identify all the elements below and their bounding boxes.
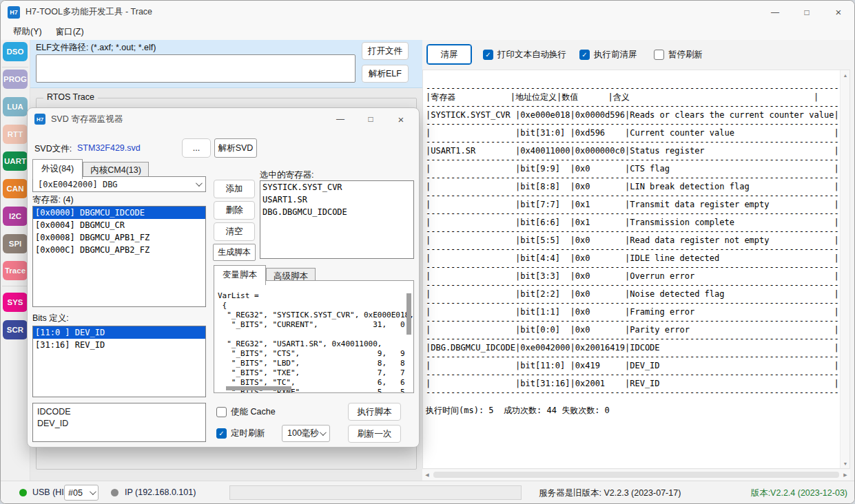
- register-list-item[interactable]: [0x0008] DBGMCU_APB1_FZ: [33, 231, 205, 244]
- minimize-icon[interactable]: —: [759, 1, 791, 23]
- selected-registers-label: 选中的寄存器:: [260, 169, 313, 181]
- refresh-interval-value: 100毫秒: [287, 428, 319, 439]
- scroll-left-icon[interactable]: ◀: [422, 470, 432, 480]
- elf-path-input[interactable]: [36, 54, 356, 83]
- rtos-trace-label: RTOS Trace: [43, 92, 98, 102]
- elf-panel: ELF文件路径: (*.axf; *.out; *.elf) 打开文件 解析EL…: [30, 40, 422, 88]
- console-output: ----------------------------------------…: [422, 70, 850, 469]
- scroll-right-icon[interactable]: ▶: [841, 470, 850, 480]
- register-list-item[interactable]: [0x0000] DBGMCU_IDCODE: [33, 207, 205, 219]
- sidebar-separator: [2, 286, 28, 286]
- sidebar-item-uart[interactable]: UART: [3, 151, 28, 171]
- window-title: H7-TOOL多功能开发工具 - Trace: [25, 6, 152, 18]
- console-text: ----------------------------------------…: [426, 84, 839, 415]
- dialog-maximize-icon[interactable]: □: [356, 108, 386, 130]
- clear-screen-button[interactable]: 清屏: [426, 44, 472, 65]
- bits-list-item[interactable]: [11:0 ] DEV_ID: [33, 326, 205, 339]
- sidebar-item-dso[interactable]: DSO: [3, 42, 28, 61]
- menu-item-1[interactable]: 窗口(Z): [49, 25, 91, 39]
- console-checkbox-1-label: 执行前清屏: [594, 49, 637, 61]
- status-bar: USB (HID) #05 IP (192.168.0.101) 服务器是旧版本…: [1, 481, 854, 503]
- chevron-down-icon: [196, 180, 203, 187]
- add-button[interactable]: 添加: [214, 180, 255, 198]
- server-version-label: 服务器是旧版本: V2.2.3 (2023-07-17): [539, 487, 681, 499]
- checkbox-checked-icon[interactable]: ✓: [579, 50, 590, 60]
- close-icon[interactable]: ×: [823, 1, 854, 23]
- register-count-label: 寄存器: (4): [32, 194, 74, 206]
- sidebar: DSOPROGLUARTTUARTCANI2CSPITraceSYSSCR: [1, 40, 30, 481]
- svd-register-monitor-dialog: H7 SVD 寄存器监视器 — □ × SVD文件: STM32F429.svd…: [27, 107, 420, 448]
- bits-list-item[interactable]: [31:16] REV_ID: [33, 339, 205, 351]
- peripheral-select-value: [0xE0042000] DBG: [38, 180, 118, 189]
- device-number-select[interactable]: #05: [64, 485, 99, 501]
- console-checkbox-2[interactable]: 暂停刷新: [654, 49, 703, 61]
- checkbox-checked-icon[interactable]: ✓: [216, 428, 227, 439]
- console-checkbox-0-label: 打印文本自动换行: [497, 49, 566, 61]
- script-hscroll-thumb[interactable]: [226, 386, 291, 390]
- register-list-item[interactable]: [0x000C] DBGMCU_APB2_FZ: [33, 244, 205, 256]
- app-version-label: 版本:V2.2.4 (2023-12-03): [751, 487, 847, 499]
- sidebar-item-scr[interactable]: SCR: [3, 320, 28, 339]
- svd-file-label: SVD文件:: [34, 143, 72, 155]
- refresh-interval-select[interactable]: 100毫秒: [282, 425, 330, 442]
- script-vscroll-thumb[interactable]: [406, 293, 411, 335]
- open-file-button[interactable]: 打开文件: [362, 42, 409, 60]
- dialog-title-bar: H7 SVD 寄存器监视器 — □ ×: [28, 108, 419, 130]
- sidebar-item-can[interactable]: CAN: [3, 179, 28, 198]
- ip-status-dot: [111, 489, 119, 496]
- execute-script-button[interactable]: 执行脚本: [348, 403, 401, 421]
- chevron-down-icon: [90, 488, 96, 495]
- sidebar-item-sys[interactable]: SYS: [3, 293, 28, 312]
- bits-label: Bits 定义:: [32, 313, 69, 324]
- sidebar-item-spi[interactable]: SPI: [3, 234, 28, 253]
- checkbox-unchecked-icon[interactable]: [216, 407, 227, 417]
- clear-button[interactable]: 清空: [214, 222, 255, 241]
- sidebar-item-trace[interactable]: Trace: [3, 261, 28, 280]
- checkbox-unchecked-icon[interactable]: [654, 50, 664, 60]
- console-horizontal-scrollbar[interactable]: ◀ ▶: [422, 470, 850, 480]
- bits-list: [11:0 ] DEV_ID[31:16] REV_ID: [32, 326, 206, 397]
- console-vertical-scrollbar[interactable]: ▲ ▼: [840, 70, 849, 468]
- status-progress-bar: [229, 485, 522, 500]
- timed-refresh-checkbox[interactable]: ✓定时刷新: [216, 428, 265, 439]
- dialog-minimize-icon[interactable]: —: [325, 108, 356, 130]
- scroll-down-icon[interactable]: ▼: [841, 459, 850, 468]
- maximize-icon[interactable]: □: [791, 1, 823, 23]
- sidebar-item-rtt[interactable]: RTT: [3, 125, 28, 144]
- checkbox-checked-icon[interactable]: ✓: [483, 50, 493, 60]
- console-checkbox-1[interactable]: ✓执行前清屏: [579, 49, 637, 61]
- cache-checkbox[interactable]: 使能 Cache: [216, 406, 276, 418]
- sidebar-separator: [2, 67, 28, 67]
- console-checkbox-0[interactable]: ✓打印文本自动换行: [483, 49, 566, 61]
- parse-svd-button[interactable]: 解析SVD: [214, 138, 257, 158]
- sidebar-item-prog[interactable]: PROG: [3, 70, 28, 89]
- console-checkbox-2-label: 暂停刷新: [668, 49, 703, 61]
- dialog-close-icon[interactable]: ×: [386, 108, 416, 130]
- hscroll-thumb[interactable]: [433, 472, 839, 478]
- generate-script-button[interactable]: 生成脚本: [213, 244, 256, 261]
- usb-status-dot: [19, 489, 27, 496]
- selected-register-item[interactable]: USART1.SR: [260, 193, 413, 206]
- chevron-down-icon: [320, 429, 327, 436]
- tab-script-0[interactable]: 变量脚本: [214, 265, 266, 285]
- svd-file-value[interactable]: STM32F429.svd: [77, 143, 141, 153]
- timed-refresh-checkbox-label: 定时刷新: [231, 428, 265, 439]
- delete-button[interactable]: 删除: [214, 201, 255, 220]
- tab-peripherals-0[interactable]: 外设(84): [32, 159, 83, 179]
- sidebar-item-i2c[interactable]: I2C: [3, 207, 28, 226]
- ip-status-label: IP (192.168.0.101): [125, 487, 196, 497]
- sidebar-item-lua[interactable]: LUA: [3, 97, 28, 116]
- menu-item-0[interactable]: 帮助(Y): [6, 25, 49, 39]
- script-editor[interactable]: VarList = { "_REG32", "SYSTICK.SYST_CVR"…: [214, 280, 414, 393]
- selected-register-item[interactable]: DBG.DBGMCU_IDCODE: [260, 206, 413, 218]
- bit-description-box: IDCODE DEV_ID: [32, 403, 206, 442]
- parse-elf-button[interactable]: 解析ELF: [362, 65, 409, 83]
- menu-bar: 帮助(Y)窗口(Z): [1, 23, 854, 40]
- register-list: [0x0000] DBGMCU_IDCODE[0x0004] DBGMCU_CR…: [32, 206, 206, 307]
- register-list-item[interactable]: [0x0004] DBGMCU_CR: [33, 219, 205, 231]
- browse-svd-button[interactable]: ...: [182, 138, 211, 158]
- scroll-up-icon[interactable]: ▲: [841, 70, 850, 80]
- refresh-once-button[interactable]: 刷新一次: [348, 425, 401, 443]
- elf-path-label: ELF文件路径: (*.axf; *.out; *.elf): [36, 42, 156, 54]
- selected-register-item[interactable]: SYSTICK.SYST_CVR: [260, 181, 413, 193]
